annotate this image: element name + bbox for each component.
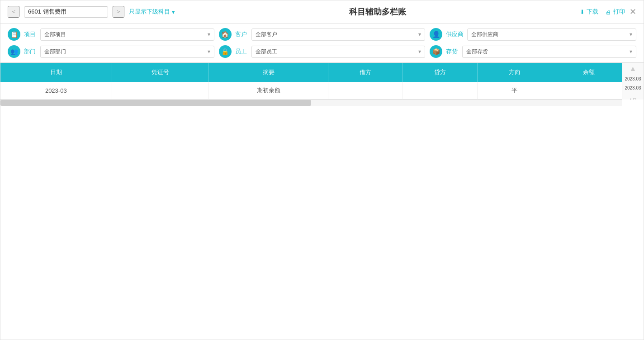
cell-summary: 期初余额 bbox=[209, 82, 328, 99]
filter-department: 👥 部门 全部部门 ▾ bbox=[8, 45, 214, 58]
col-voucher: 凭证号 bbox=[112, 63, 209, 82]
inventory-arrow: ▾ bbox=[630, 48, 632, 55]
header-actions: ⬇ 下载 🖨 打印 bbox=[580, 8, 625, 16]
month-selected-top2[interactable]: 2023.03 bbox=[622, 84, 644, 93]
filter-supplier: 👤 供应商 全部供应商 ▾ bbox=[430, 28, 636, 41]
show-sub-label: 只显示下级科目 bbox=[129, 8, 170, 16]
next-account-button[interactable]: ＞ bbox=[113, 6, 124, 18]
col-summary: 摘要 bbox=[209, 63, 328, 82]
supplier-value: 全部供应商 bbox=[471, 31, 498, 38]
customer-value: 全部客户 bbox=[256, 31, 277, 38]
download-icon: ⬇ bbox=[580, 9, 585, 15]
customer-select[interactable]: 全部客户 ▾ bbox=[251, 28, 426, 41]
supplier-arrow: ▾ bbox=[630, 31, 632, 38]
inventory-value: 全部存货 bbox=[466, 48, 488, 56]
col-date: 日期 bbox=[0, 63, 112, 82]
customer-icon: 🏠 bbox=[219, 28, 232, 41]
department-label: 部门 bbox=[24, 47, 37, 56]
month-up-button[interactable]: ▲ bbox=[628, 63, 639, 75]
table-wrapper[interactable]: 日期 凭证号 摘要 借方 贷方 方向 余额 2023-03 bbox=[0, 63, 625, 99]
cell-voucher bbox=[112, 82, 209, 99]
main-container: ＜ ＞ 只显示下级科目 ▾ 科目辅助多栏账 ⬇ 下载 🖨 打印 ✕ 📋 项目 全… bbox=[0, 0, 644, 340]
employee-value: 全部员工 bbox=[256, 48, 277, 56]
inventory-select[interactable]: 全部存货 ▾ bbox=[462, 46, 636, 58]
show-sub-arrow: ▾ bbox=[172, 9, 175, 15]
content-section: 日期 凭证号 摘要 借方 贷方 方向 余额 2023-03 bbox=[0, 63, 644, 106]
department-value: 全部部门 bbox=[44, 48, 66, 56]
filter-employee: 🔒 员工 全部员工 ▾ bbox=[219, 45, 426, 58]
table-header-row: 日期 凭证号 摘要 借方 贷方 方向 余额 bbox=[0, 63, 625, 82]
cell-direction: 平 bbox=[477, 82, 552, 99]
table-row: 2023-03 期初余额 平 bbox=[0, 82, 625, 99]
project-select[interactable]: 全部项目 ▾ bbox=[40, 28, 214, 41]
scrollbar-thumb bbox=[0, 100, 311, 106]
account-code-input[interactable] bbox=[24, 6, 108, 18]
supplier-select[interactable]: 全部供应商 ▾ bbox=[467, 28, 636, 41]
col-balance: 余额 bbox=[552, 63, 625, 82]
inventory-icon: 📦 bbox=[430, 45, 442, 58]
filter-inventory: 📦 存货 全部存货 ▾ bbox=[430, 45, 636, 58]
project-value: 全部项目 bbox=[44, 31, 66, 38]
project-label: 项目 bbox=[24, 30, 37, 38]
cell-debit bbox=[328, 82, 403, 99]
cell-balance bbox=[552, 82, 625, 99]
horizontal-scrollbar[interactable] bbox=[0, 99, 622, 106]
data-table: 日期 凭证号 摘要 借方 贷方 方向 余额 2023-03 bbox=[0, 63, 625, 99]
supplier-icon: 👤 bbox=[430, 28, 442, 41]
employee-arrow: ▾ bbox=[418, 48, 421, 55]
employee-label: 员工 bbox=[235, 47, 248, 56]
download-label: 下载 bbox=[587, 8, 598, 16]
show-sub-button[interactable]: 只显示下级科目 ▾ bbox=[129, 8, 175, 16]
month-selected-top1[interactable]: 2023.03 bbox=[622, 75, 644, 84]
close-button[interactable]: ✕ bbox=[630, 7, 636, 17]
supplier-label: 供应商 bbox=[446, 30, 464, 38]
department-arrow: ▾ bbox=[208, 48, 210, 55]
employee-select[interactable]: 全部员工 ▾ bbox=[251, 46, 426, 58]
cell-date: 2023-03 bbox=[0, 82, 112, 99]
customer-label: 客户 bbox=[235, 30, 248, 38]
filter-customer: 🏠 客户 全部客户 ▾ bbox=[219, 28, 426, 41]
prev-account-button[interactable]: ＜ bbox=[8, 6, 19, 18]
project-icon: 📋 bbox=[8, 28, 20, 41]
employee-icon: 🔒 bbox=[219, 45, 232, 58]
month-4[interactable]: 4月 bbox=[622, 94, 644, 99]
print-icon: 🖨 bbox=[606, 9, 611, 15]
customer-arrow: ▾ bbox=[418, 31, 421, 38]
download-button[interactable]: ⬇ 下载 bbox=[580, 8, 598, 16]
page-title: 科目辅助多栏账 bbox=[180, 6, 575, 17]
department-icon: 👥 bbox=[8, 45, 20, 58]
print-label: 打印 bbox=[613, 8, 625, 16]
department-select[interactable]: 全部部门 ▾ bbox=[40, 46, 214, 58]
col-direction: 方向 bbox=[477, 63, 552, 82]
filter-project: 📋 项目 全部项目 ▾ bbox=[8, 28, 214, 41]
cell-credit bbox=[403, 82, 478, 99]
inventory-label: 存货 bbox=[446, 47, 459, 56]
col-credit: 贷方 bbox=[403, 63, 478, 82]
col-debit: 借方 bbox=[328, 63, 403, 82]
header-bar: ＜ ＞ 只显示下级科目 ▾ 科目辅助多栏账 ⬇ 下载 🖨 打印 ✕ bbox=[0, 0, 644, 24]
filters-area: 📋 项目 全部项目 ▾ 🏠 客户 全部客户 ▾ 👤 供应商 全部供应商 ▾ bbox=[0, 24, 644, 63]
project-arrow: ▾ bbox=[208, 31, 210, 38]
month-panel: ▲ 2023.03 2023.03 4月 5月 6月 7月 8月 9月 10月 … bbox=[622, 63, 644, 99]
print-button[interactable]: 🖨 打印 bbox=[606, 8, 625, 16]
